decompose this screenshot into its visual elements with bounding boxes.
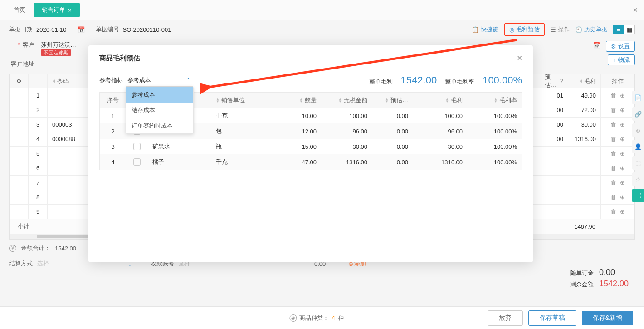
delete-icon[interactable]: 🗑 <box>610 92 616 99</box>
duplicate-icon[interactable]: ⊕ <box>620 107 625 113</box>
docno-label: 单据编号 <box>96 25 119 34</box>
col-est[interactable]: ▲▼预估… <box>372 93 413 108</box>
shortcut-link[interactable]: 📋 快捷键 <box>472 25 498 34</box>
cell-profit: 30.00 <box>413 139 467 154</box>
duplicate-icon[interactable]: ⊕ <box>620 92 625 99</box>
sort-icon: ▲▼ <box>52 79 56 83</box>
subtotal-label: 小计 <box>10 222 38 231</box>
cell-profit: 100.00 <box>413 108 467 123</box>
chevron-up-icon[interactable]: ⌃ <box>186 77 191 83</box>
row-seq: 4 <box>29 132 48 146</box>
duplicate-icon[interactable]: ⊕ <box>620 136 625 142</box>
separator: — <box>81 245 86 252</box>
table-row: 4橘子千克47.001316.000.001316.00100.00% <box>100 154 522 170</box>
row-est <box>540 190 568 204</box>
col-est[interactable]: 预估… ? <box>540 74 568 88</box>
list-icon: ☰ <box>551 26 556 33</box>
filter-input[interactable] <box>126 74 193 87</box>
modal-title: 商品毛利预估 <box>99 54 140 63</box>
col-amt[interactable]: ▲▼无税金额 <box>321 93 372 108</box>
right-rail: 📄 🔗 ☺ 👤 ⬚ ☆ ⛶ <box>632 91 644 202</box>
delete-icon[interactable]: 🗑 <box>610 121 616 128</box>
dropdown-option[interactable]: 订单签约时成本 <box>126 118 193 133</box>
history-link[interactable]: 🕘 历史单据 <box>575 25 608 34</box>
deposit-value: 0.00 <box>599 268 615 277</box>
total-rate-label: 整单毛利率 <box>445 78 474 86</box>
cell-qty: 12.00 <box>270 123 321 139</box>
help-icon[interactable]: ? <box>560 78 563 84</box>
total-value: 1542.00 <box>55 245 76 252</box>
sort-icon: ▲▼ <box>579 79 583 83</box>
view-list-icon[interactable]: ≡ <box>613 25 624 34</box>
delete-icon[interactable]: 🗑 <box>610 136 616 142</box>
close-icon[interactable]: × <box>517 54 522 63</box>
delete-icon[interactable]: 🗑 <box>610 107 616 113</box>
col-qty[interactable]: ▲▼数量 <box>270 93 321 108</box>
row-seq: 1 <box>29 88 48 103</box>
duplicate-icon[interactable]: ⊕ <box>620 179 625 186</box>
cell-profit: 96.00 <box>413 123 467 139</box>
remain-label: 剩余金额 <box>570 280 594 289</box>
gear-col-icon[interactable]: ⚙ <box>10 74 29 88</box>
duplicate-icon[interactable]: ⊕ <box>620 194 625 201</box>
col-profit[interactable]: ▲▼ 毛利 <box>568 74 601 88</box>
cell-unit: 千克 <box>211 154 270 170</box>
col-profit[interactable]: ▲▼毛利 <box>413 93 467 108</box>
keyboard-icon: 📋 <box>472 26 479 33</box>
col-op: 操作 <box>601 74 634 88</box>
page-close-icon[interactable]: × <box>633 5 638 15</box>
dropdown-option[interactable]: 结存成本 <box>126 103 193 118</box>
customer-name[interactable]: 苏州万达沃… <box>41 41 76 49</box>
delete-icon[interactable]: 🗑 <box>610 194 616 201</box>
cell-seq: 1 <box>100 108 126 123</box>
footer-left: ◉ 商品种类： 4 种 <box>289 314 343 322</box>
tab-home[interactable]: 首页 <box>5 3 34 17</box>
row-est: 00 <box>540 103 568 117</box>
delete-icon[interactable]: 🗑 <box>610 165 616 172</box>
save-new-button[interactable]: 保存&新增 <box>582 311 633 325</box>
rail-doc-icon[interactable]: 📄 <box>632 91 644 104</box>
duplicate-icon[interactable]: ⊕ <box>620 165 625 172</box>
view-grid-icon[interactable]: ▦ <box>624 25 635 34</box>
calendar-icon[interactable]: 📅 <box>78 26 85 33</box>
rail-expand-icon[interactable]: ⛶ <box>632 189 644 202</box>
rail-smile-icon[interactable]: ☺ <box>632 123 644 137</box>
target-icon: ◎ <box>509 26 514 33</box>
cell-seq: 3 <box>100 139 126 154</box>
view-toggle: ≡ ▦ <box>613 25 635 34</box>
settings-button[interactable]: ⚙ 设置 <box>606 41 635 52</box>
cell-amt: 30.00 <box>321 139 372 154</box>
cell-name: 矿泉水 <box>148 139 211 154</box>
delete-icon[interactable]: 🗑 <box>610 208 616 215</box>
cell-unit: 包 <box>211 123 270 139</box>
col-rate[interactable]: ▲▼毛利率 <box>467 93 522 108</box>
profit-est-link[interactable]: ◎ 毛利预估 <box>509 25 540 34</box>
save-draft-button[interactable]: 保存草稿 <box>528 310 576 326</box>
rail-cube-icon[interactable]: ⬚ <box>632 156 644 170</box>
duplicate-icon[interactable]: ⊕ <box>620 121 625 128</box>
date-value[interactable]: 2020-01-10 <box>36 26 67 33</box>
discard-button[interactable]: 放弃 <box>488 310 523 326</box>
tab-sales-order[interactable]: 销售订单 × <box>34 3 80 17</box>
close-icon[interactable]: × <box>68 7 72 14</box>
operate-link[interactable]: ☰ 操作 <box>551 25 570 34</box>
duplicate-icon[interactable]: ⊕ <box>620 150 625 157</box>
goods-icon: ◉ <box>289 314 297 322</box>
filter-dropdown[interactable]: ⌃ 参考成本 结存成本 订单签约时成本 <box>126 74 193 87</box>
calendar-icon[interactable]: 📅 <box>593 42 602 51</box>
dropdown-option[interactable]: 参考成本 <box>126 87 193 103</box>
method-select[interactable]: 选择… <box>37 260 55 268</box>
rail-link-icon[interactable]: 🔗 <box>632 107 644 121</box>
delete-icon[interactable]: 🗑 <box>610 150 616 157</box>
checkbox[interactable] <box>133 143 141 150</box>
checkbox[interactable] <box>133 158 141 166</box>
rail-person-icon[interactable]: 👤 <box>632 140 644 153</box>
cell-seq: 4 <box>100 154 126 170</box>
duplicate-icon[interactable]: ⊕ <box>620 208 625 215</box>
cell-rate: 100.00% <box>467 154 522 170</box>
remain-value: 1542.00 <box>599 279 629 289</box>
delete-icon[interactable]: 🗑 <box>610 179 616 186</box>
total-label: 金额合计： <box>21 244 50 252</box>
rail-star-icon[interactable]: ☆ <box>632 172 644 186</box>
col-unit[interactable]: ▲▼销售单位 <box>211 93 270 108</box>
